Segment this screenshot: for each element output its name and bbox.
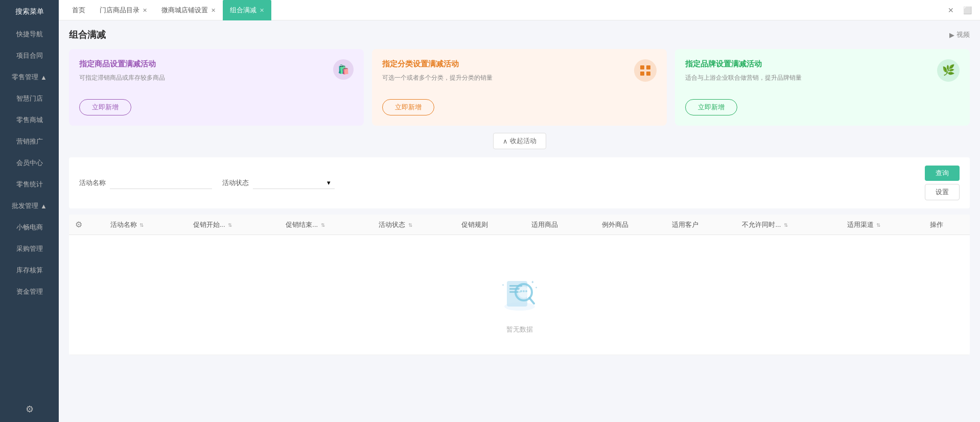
sort-status-icon[interactable]: ⇅ xyxy=(408,222,412,228)
table-gear-icon[interactable]: ⚙ xyxy=(75,220,82,229)
chevron-down-icon: ▾ xyxy=(327,179,331,186)
window-minimize-btn[interactable]: ⬜ xyxy=(961,6,974,14)
search-name-label: 活动名称 xyxy=(79,178,106,187)
sidebar-item-contracts[interactable]: 项目合同 xyxy=(0,45,59,66)
sidebar-item-inventory[interactable]: 库存核算 xyxy=(0,260,59,281)
sidebar-item-retail-stats[interactable]: 零售统计 xyxy=(0,174,59,195)
svg-point-18 xyxy=(523,290,525,292)
col-actions: 操作 xyxy=(924,215,970,235)
svg-text:🛍️: 🛍️ xyxy=(338,64,349,75)
col-customers: 适用客户 xyxy=(666,215,736,235)
table-header: ⚙ 活动名称 ⇅ 促销开始... ⇅ 促销结束... ⇅ xyxy=(69,215,970,235)
card-category-desc: 可选一个或者多个分类，提升分类的销量 xyxy=(382,73,657,83)
svg-point-19 xyxy=(525,290,527,292)
card-category-icon xyxy=(634,59,657,85)
query-button[interactable]: 查询 xyxy=(925,166,960,181)
collapse-bar: ∧ 收起活动 xyxy=(69,133,970,149)
card-product-desc: 可指定滞销商品或库存较多商品 xyxy=(79,73,354,83)
svg-text:✦: ✦ xyxy=(535,286,538,289)
tab-bar: 首页 门店商品目录 ✕ 微商城店铺设置 ✕ 组合满减 ✕ ✕ ⬜ xyxy=(59,0,980,20)
col-gear: ⚙ xyxy=(69,215,104,235)
main-area: 首页 门店商品目录 ✕ 微商城店铺设置 ✕ 组合满减 ✕ ✕ ⬜ 组合满减 ▶ … xyxy=(59,0,980,422)
sort-channel-icon[interactable]: ⇅ xyxy=(876,222,880,228)
card-brand-title: 指定品牌设置满减活动 xyxy=(685,59,960,69)
search-status-label: 活动状态 xyxy=(222,178,249,187)
svg-rect-12 xyxy=(509,288,520,290)
search-status-select[interactable]: ▾ xyxy=(253,177,335,189)
card-product-add-btn[interactable]: 立即新增 xyxy=(79,99,131,115)
page-title: 组合满减 xyxy=(69,29,106,41)
tab-store-products[interactable]: 门店商品目录 ✕ xyxy=(92,0,154,20)
sidebar: 搜索菜单 快捷导航 项目合同 零售管理 ▲ 智慧门店 零售商城 营销推广 会员中… xyxy=(0,0,59,422)
sidebar-item-shortcuts[interactable]: 快捷导航 xyxy=(0,24,59,45)
card-product-icon: 🛍️ xyxy=(333,59,354,83)
tab-combo-discount[interactable]: 组合满减 ✕ xyxy=(223,0,271,20)
data-table: ⚙ 活动名称 ⇅ 促销开始... ⇅ 促销结束... ⇅ xyxy=(69,215,970,355)
svg-text:🌿: 🌿 xyxy=(942,64,955,76)
tab-close-wechat-settings[interactable]: ✕ xyxy=(211,0,216,20)
cards-section: 指定商品设置满减活动 可指定滞销商品或库存较多商品 🛍️ 立即新增 指定分类设置… xyxy=(69,49,970,126)
col-rule: 促销规则 xyxy=(455,215,525,235)
svg-text:✦: ✦ xyxy=(531,280,534,285)
col-status: 活动状态 ⇅ xyxy=(372,215,455,235)
empty-icon: ✦ ✦ ✦ xyxy=(494,266,545,317)
card-category-add-btn[interactable]: 立即新增 xyxy=(382,99,434,115)
search-name-field: 活动名称 xyxy=(79,177,212,189)
svg-line-16 xyxy=(529,298,534,303)
col-name: 活动名称 ⇅ xyxy=(104,215,187,235)
card-brand-desc: 适合与上游企业联合做营销，提升品牌销量 xyxy=(685,73,960,83)
card-product: 指定商品设置满减活动 可指定滞销商品或库存较多商品 🛍️ 立即新增 xyxy=(69,49,364,126)
collapse-icon: ∧ xyxy=(503,137,508,145)
card-product-title: 指定商品设置满减活动 xyxy=(79,59,354,69)
svg-rect-5 xyxy=(640,72,644,76)
video-link[interactable]: ▶ 视频 xyxy=(949,30,970,39)
table-body: ✦ ✦ ✦ 暂无数据 xyxy=(69,235,970,355)
sidebar-item-retail-mall[interactable]: 零售商城 xyxy=(0,109,59,131)
tab-home[interactable]: 首页 xyxy=(65,0,92,20)
tab-close-store-products[interactable]: ✕ xyxy=(143,0,147,20)
sidebar-search[interactable]: 搜索菜单 xyxy=(0,0,59,24)
table-container: ⚙ 活动名称 ⇅ 促销开始... ⇅ 促销结束... ⇅ xyxy=(69,215,970,355)
col-no-overlap: 不允许同时... ⇅ xyxy=(736,215,841,235)
tab-wechat-settings[interactable]: 微商城店铺设置 ✕ xyxy=(154,0,223,20)
page-header: 组合满减 ▶ 视频 xyxy=(69,29,970,41)
col-channel: 适用渠道 ⇅ xyxy=(841,215,924,235)
svg-rect-4 xyxy=(646,65,650,69)
sidebar-item-marketing[interactable]: 营销推广 xyxy=(0,131,59,152)
sort-end-icon[interactable]: ⇅ xyxy=(321,222,325,228)
col-products: 适用商品 xyxy=(525,215,595,235)
card-category: 指定分类设置满减活动 可选一个或者多个分类，提升分类的销量 立即新增 xyxy=(372,49,667,126)
svg-point-2 xyxy=(634,59,657,82)
search-buttons: 查询 设置 xyxy=(925,166,960,200)
sidebar-item-retail-management[interactable]: 零售管理 ▲ xyxy=(0,66,59,88)
sidebar-item-procurement[interactable]: 采购管理 xyxy=(0,238,59,260)
col-start: 促销开始... ⇅ xyxy=(187,215,280,235)
empty-text: 暂无数据 xyxy=(69,325,970,334)
collapse-activity-btn[interactable]: ∧ 收起活动 xyxy=(493,133,546,149)
table-header-row: ⚙ 活动名称 ⇅ 促销开始... ⇅ 促销结束... ⇅ xyxy=(69,215,970,235)
card-brand-add-btn[interactable]: 立即新增 xyxy=(685,99,737,115)
play-icon: ▶ xyxy=(949,31,954,39)
window-close-btn[interactable]: ✕ xyxy=(946,6,956,14)
table-empty-row: ✦ ✦ ✦ 暂无数据 xyxy=(69,235,970,355)
settings-button[interactable]: 设置 xyxy=(925,184,960,200)
tab-close-combo-discount[interactable]: ✕ xyxy=(260,0,264,20)
search-name-input[interactable] xyxy=(110,177,212,189)
sort-name-icon[interactable]: ⇅ xyxy=(139,222,144,228)
sidebar-item-finance[interactable]: 资金管理 xyxy=(0,281,59,302)
sort-overlap-icon[interactable]: ⇅ xyxy=(784,222,788,228)
sidebar-item-wholesale[interactable]: 批发管理 ▲ xyxy=(0,195,59,217)
svg-text:✦: ✦ xyxy=(502,284,504,287)
sidebar-item-membership[interactable]: 会员中心 xyxy=(0,152,59,174)
card-brand-icon: 🌿 xyxy=(937,59,960,85)
sort-start-icon[interactable]: ⇅ xyxy=(228,222,232,228)
svg-rect-6 xyxy=(646,72,650,76)
tab-bar-right: ✕ ⬜ xyxy=(946,6,974,14)
settings-icon[interactable]: ⚙ xyxy=(26,404,34,414)
search-bar: 活动名称 活动状态 ▾ 查询 设置 xyxy=(69,157,970,208)
sidebar-item-smart-store[interactable]: 智慧门店 xyxy=(0,88,59,109)
svg-rect-3 xyxy=(640,65,644,69)
col-exceptions: 例外商品 xyxy=(596,215,666,235)
sidebar-item-ecommerce[interactable]: 小畅电商 xyxy=(0,217,59,238)
content-area: 组合满减 ▶ 视频 指定商品设置满减活动 可指定滞销商品或库存较多商品 🛍️ xyxy=(59,20,980,422)
